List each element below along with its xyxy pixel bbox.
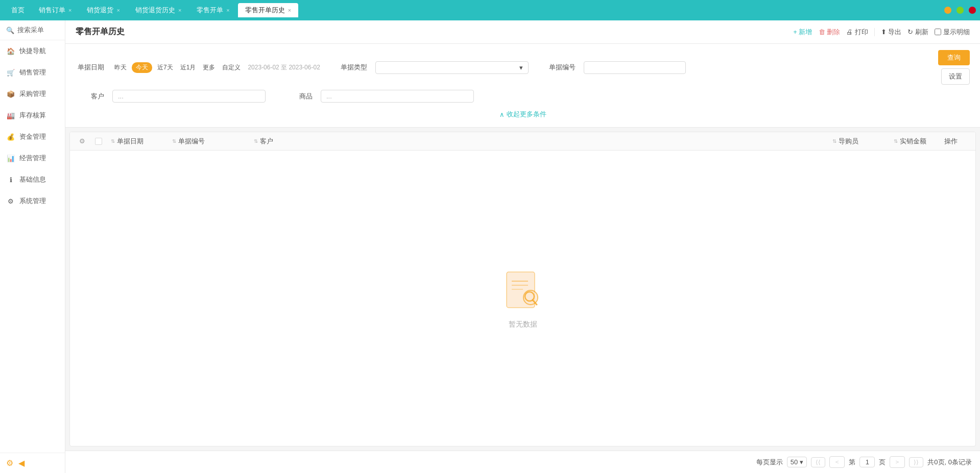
page-unit: 页 (879, 458, 886, 467)
close-tab-retail-open-history[interactable]: × (288, 7, 291, 13)
sidebar-item-operations[interactable]: 📊 经营管理 (0, 147, 65, 169)
filter-row-1: 单据日期 昨天 今天 近7天 近1月 更多 自定义 2023-06-02 至 2… (76, 50, 970, 85)
sidebar-item-purchase-mgmt[interactable]: 📦 采购管理 (0, 83, 65, 105)
sidebar-item-label: 基础信息 (19, 175, 46, 184)
toolbar: + 新增 🗑 删除 🖨 打印 ⬆ 导出 ↻ 刷新 显示明细 (793, 28, 970, 37)
window-controls (944, 7, 976, 14)
per-page-select[interactable]: 50 ▾ (787, 457, 807, 467)
product-input[interactable]: ... (321, 90, 474, 103)
system-icon: ⚙ (6, 196, 15, 206)
doc-type-select[interactable]: ▾ (375, 61, 529, 74)
close-tab-sales-return-history[interactable]: × (178, 7, 181, 13)
col-header-docno[interactable]: ⇅ 单据编号 (168, 137, 250, 146)
sidebar-item-label: 快捷导航 (19, 46, 46, 56)
tab-sales-return-history[interactable]: 销货退货历史 × (128, 3, 188, 17)
add-button[interactable]: + 新增 (793, 28, 812, 37)
tab-sales-order[interactable]: 销售订单 × (32, 3, 79, 17)
doc-no-input[interactable] (584, 61, 686, 74)
per-page-chevron-icon: ▾ (800, 458, 803, 466)
tab-retail-open-history[interactable]: 零售开单历史 × (238, 3, 298, 17)
shortcut-yesterday[interactable]: 昨天 (112, 62, 129, 73)
col-header-date[interactable]: ⇅ 单据日期 (107, 137, 168, 146)
select-all-checkbox[interactable] (95, 138, 102, 145)
close-tab-retail-open[interactable]: × (226, 7, 229, 13)
customer-placeholder: ... (118, 92, 124, 100)
filter-actions: 查询 设置 (938, 50, 970, 85)
sidebar-item-label: 资金管理 (19, 132, 46, 141)
chevron-up-icon: ∧ (499, 111, 505, 118)
sidebar-item-sales-mgmt[interactable]: 🛒 销售管理 (0, 62, 65, 83)
cart-icon: 🛒 (6, 68, 15, 77)
sidebar-item-basic-info[interactable]: ℹ 基础信息 (0, 169, 65, 190)
minimize-button[interactable] (944, 7, 951, 14)
box-icon: 📦 (6, 89, 15, 98)
home-icon: 🏠 (6, 46, 15, 56)
close-tab-sales-order[interactable]: × (68, 7, 71, 13)
sidebar-bottom: ⚙ ◀ (0, 453, 65, 473)
shortcut-more[interactable]: 更多 (201, 62, 217, 73)
warehouse-icon: 🏭 (6, 111, 15, 120)
sidebar-item-quick-nav[interactable]: 🏠 快捷导航 (0, 40, 65, 62)
export-button[interactable]: ⬆ 导出 (881, 28, 902, 37)
sort-icon: ⇅ (111, 138, 115, 144)
tab-home[interactable]: 首页 (4, 6, 32, 15)
close-button[interactable] (969, 7, 976, 14)
collapse-filter-button[interactable]: ∧ 收起更多条件 (497, 108, 548, 121)
tab-sales-return[interactable]: 销货退货 × (80, 3, 127, 17)
sidebar-item-label: 库存核算 (19, 111, 46, 120)
current-page-display[interactable]: 1 (859, 457, 875, 467)
query-button[interactable]: 查询 (938, 50, 970, 65)
first-page-button[interactable]: ⟨⟨ (811, 457, 825, 467)
info-icon: ℹ (6, 175, 15, 184)
close-tab-sales-return[interactable]: × (116, 7, 119, 13)
col-header-amount[interactable]: ⇅ 实销金额 (879, 137, 930, 146)
per-page-label: 每页显示 (756, 458, 783, 467)
chevron-down-icon: ▾ (519, 64, 523, 71)
col-header-guide[interactable]: ⇅ 导购员 (828, 137, 879, 146)
col-settings[interactable]: ⚙ (74, 137, 90, 145)
product-label: 商品 (284, 92, 313, 101)
main-layout: 🔍 搜索采单 🏠 快捷导航 🛒 销售管理 📦 采购管理 🏭 库存核算 💰 资金管… (0, 20, 980, 473)
sidebar-item-label: 采购管理 (19, 89, 46, 98)
tab-retail-open[interactable]: 零售开单 × (189, 3, 236, 17)
pagination: 每页显示 50 ▾ ⟨⟨ ＜ 第 1 页 ＞ ⟩⟩ 共0页, 0条记录 (65, 451, 980, 473)
customer-input[interactable]: ... (112, 90, 266, 103)
sidebar: 🔍 搜索采单 🏠 快捷导航 🛒 销售管理 📦 采购管理 🏭 库存核算 💰 资金管… (0, 20, 65, 473)
page-title: 零售开单历史 (76, 27, 125, 37)
sort-icon: ⇅ (254, 138, 258, 144)
sidebar-item-label: 系统管理 (19, 196, 46, 206)
sidebar-search[interactable]: 🔍 搜索采单 (0, 20, 65, 40)
sidebar-settings-button[interactable]: ⚙ (6, 458, 13, 468)
refresh-button[interactable]: ↻ 刷新 (907, 28, 928, 37)
next-page-button[interactable]: ＞ (890, 456, 905, 468)
sidebar-item-inventory[interactable]: 🏭 库存核算 (0, 105, 65, 126)
show-detail-checkbox[interactable]: 显示明细 (935, 28, 970, 37)
col-header-ops: 操作 (930, 137, 971, 146)
table-container: ⚙ ⇅ 单据日期 ⇅ 单据编号 ⇅ 客户 ⇅ (69, 132, 976, 446)
shortcut-1month[interactable]: 近1月 (178, 62, 198, 73)
maximize-button[interactable] (957, 7, 964, 14)
shortcut-today[interactable]: 今天 (132, 62, 152, 73)
money-icon: 💰 (6, 132, 15, 141)
col-checkbox-header[interactable] (90, 138, 107, 145)
setting-button[interactable]: 设置 (941, 68, 970, 85)
last-page-button[interactable]: ⟩⟩ (909, 457, 923, 467)
table-header: ⚙ ⇅ 单据日期 ⇅ 单据编号 ⇅ 客户 ⇅ (70, 132, 975, 151)
sidebar-item-label: 销售管理 (19, 68, 46, 77)
filter-area: 单据日期 昨天 今天 近7天 近1月 更多 自定义 2023-06-02 至 2… (65, 44, 980, 128)
col-header-customer[interactable]: ⇅ 客户 (250, 137, 828, 146)
show-detail-input[interactable] (935, 29, 941, 35)
empty-icon (497, 268, 548, 314)
sidebar-item-system[interactable]: ⚙ 系统管理 (0, 190, 65, 212)
prev-page-button[interactable]: ＜ (829, 456, 845, 468)
search-icon: 🔍 (6, 27, 14, 34)
sidebar-collapse-button[interactable]: ◀ (18, 458, 25, 468)
product-placeholder: ... (326, 92, 332, 100)
shortcut-custom[interactable]: 自定义 (220, 62, 243, 73)
print-button[interactable]: 🖨 打印 (846, 28, 868, 37)
page-header: 零售开单历史 + 新增 🗑 删除 🖨 打印 ⬆ 导出 ↻ 刷新 显示明细 (65, 20, 980, 44)
shortcut-7days[interactable]: 近7天 (155, 62, 175, 73)
sidebar-item-finance[interactable]: 💰 资金管理 (0, 126, 65, 147)
delete-button[interactable]: 🗑 删除 (819, 28, 841, 37)
page-total: 共0页, 0条记录 (927, 458, 972, 467)
